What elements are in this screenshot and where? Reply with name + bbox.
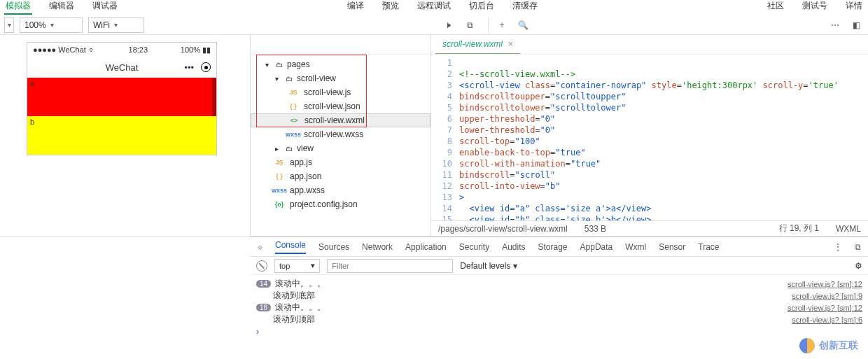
battery-label: 100% ▮▮: [181, 45, 211, 55]
network-select[interactable]: WiFi▾: [88, 17, 144, 33]
js-icon: JS: [272, 159, 287, 166]
config-icon: {o}: [272, 201, 287, 208]
source-link[interactable]: scroll-view.js? [sm]:12: [788, 304, 862, 312]
phone-navbar: WeChat •••: [27, 57, 216, 78]
status-size: 533 B: [584, 224, 606, 234]
file-scroll-view-wxml[interactable]: <>scroll-view.wxml: [251, 113, 430, 127]
file-app-js[interactable]: JSapp.js: [251, 155, 430, 169]
tab-network[interactable]: Network: [362, 242, 393, 252]
tab-preview[interactable]: 预览: [381, 0, 400, 15]
tab-test-account[interactable]: 测试号: [801, 0, 829, 15]
split-icon[interactable]: ◧: [848, 17, 864, 33]
tab-simulator[interactable]: 模拟器: [4, 0, 32, 15]
console-prompt[interactable]: ›: [256, 325, 862, 337]
tab-clear-cache[interactable]: 清缓存: [511, 0, 539, 15]
zoom-value: 100%: [24, 20, 46, 30]
tab-wxml[interactable]: Wxml: [625, 242, 646, 252]
watermark-text: 创新互联: [819, 339, 858, 352]
simulator-panel: ●●●●● WeChat ᯤ 18:23 100% ▮▮ WeChat ••• …: [0, 35, 251, 236]
watermark: 创新互联: [799, 338, 858, 353]
source-link[interactable]: scroll-view.js? [sm]:6: [792, 316, 862, 324]
file-tree: ▾🗀pages ▾🗀scroll-view JSscroll-view.js {…: [251, 55, 430, 214]
status-lang: WXML: [836, 224, 861, 234]
filter-input[interactable]: [327, 259, 453, 273]
tab-storage[interactable]: Storage: [538, 242, 568, 252]
network-value: WiFi: [93, 20, 110, 30]
editor-status-bar: /pages/scroll-view/scroll-view.wxml 533 …: [431, 220, 868, 236]
tab-debugger[interactable]: 调试器: [91, 0, 119, 15]
log-row: 18滚动中。。。scroll-view.js? [sm]:12: [256, 302, 862, 314]
code-editor[interactable]: 1234567891011121314151617 <!--scroll-vie…: [431, 55, 868, 220]
kebab-icon[interactable]: ⋮: [834, 242, 842, 252]
tab-security-dev[interactable]: Security: [459, 242, 489, 252]
tab-background[interactable]: 切后台: [468, 0, 496, 15]
tab-compile[interactable]: 编译: [346, 0, 365, 15]
clear-console-icon[interactable]: [256, 260, 267, 272]
scroll-view-demo[interactable]: a b: [27, 78, 216, 155]
inspect-icon[interactable]: ⟐: [258, 242, 262, 252]
folder-scroll-view[interactable]: ▾🗀scroll-view: [251, 71, 430, 85]
tab-appdata[interactable]: AppData: [580, 242, 613, 252]
tab-sources[interactable]: Sources: [318, 242, 349, 252]
levels-select[interactable]: Default levels ▾: [460, 261, 517, 271]
count-badge: 14: [256, 280, 271, 288]
tab-sensor[interactable]: Sensor: [659, 242, 685, 252]
more-icon[interactable]: ⋯: [827, 17, 843, 33]
tab-details[interactable]: 详情: [844, 0, 864, 15]
zoom-select[interactable]: 100%▾: [20, 17, 83, 33]
mute-icon[interactable]: 🕨: [441, 17, 456, 33]
wxss-icon: wxss: [272, 187, 287, 194]
menu-dots-icon[interactable]: •••: [184, 62, 194, 73]
tab-trace[interactable]: Trace: [698, 242, 719, 252]
tab-console[interactable]: Console: [275, 240, 306, 254]
dock-icon[interactable]: ⧉: [855, 242, 861, 252]
detach-icon[interactable]: ⧉: [462, 17, 477, 33]
js-icon: JS: [286, 89, 301, 96]
log-row: 14滚动中。。。scroll-view.js? [sm]:12: [256, 278, 862, 290]
source-link[interactable]: scroll-view.js? [sm]:12: [788, 280, 862, 288]
tab-community[interactable]: 社区: [766, 0, 785, 15]
context-select[interactable]: top▾: [274, 259, 320, 273]
tab-audits[interactable]: Audits: [502, 242, 525, 252]
status-path: /pages/scroll-view/scroll-view.wxml: [438, 224, 568, 234]
editor-tab-scroll-view[interactable]: scroll-view.wxml ×: [435, 35, 520, 54]
file-scroll-view-json[interactable]: { }scroll-view.json: [251, 99, 430, 113]
file-scroll-view-js[interactable]: JSscroll-view.js: [251, 85, 430, 99]
view-a: a: [27, 78, 216, 116]
file-tree-panel: ▾🗀pages ▾🗀scroll-view JSscroll-view.js {…: [251, 35, 431, 236]
log-row: 滚动到底部scroll-view.js? [sm]:9: [256, 290, 862, 302]
main-row: ●●●●● WeChat ᯤ 18:23 100% ▮▮ WeChat ••• …: [0, 35, 868, 237]
editor-panel: scroll-view.wxml × 123456789101112131415…: [431, 35, 868, 236]
chevron-down-icon: ▾: [114, 21, 118, 29]
file-app-json[interactable]: { }app.json: [251, 169, 430, 183]
phone-statusbar: ●●●●● WeChat ᯤ 18:23 100% ▮▮: [27, 43, 216, 57]
source-link[interactable]: scroll-view.js? [sm]:9: [792, 292, 862, 300]
time-label: 18:23: [129, 45, 148, 54]
json-icon: { }: [272, 173, 287, 180]
count-badge: 18: [256, 304, 271, 311]
close-icon[interactable]: ×: [508, 39, 513, 49]
tab-remote-debug[interactable]: 远程调试: [416, 0, 452, 15]
add-icon[interactable]: ＋: [494, 17, 510, 33]
line-gutter: 1234567891011121314151617: [431, 55, 459, 220]
devtools-tabs: ⟐ Console Sources Network Application Se…: [251, 237, 868, 257]
wxml-icon: <>: [286, 117, 302, 124]
folder-view[interactable]: ▸🗀view: [251, 141, 430, 155]
close-target-icon[interactable]: [201, 62, 211, 72]
tab-application[interactable]: Application: [405, 242, 447, 252]
file-app-wxss[interactable]: wxssapp.wxss: [251, 183, 430, 197]
view-b: b: [27, 116, 216, 155]
folder-icon: 🗀: [284, 75, 294, 83]
folder-pages[interactable]: ▾🗀pages: [251, 57, 430, 71]
folder-icon: 🗀: [274, 61, 284, 69]
file-project-config[interactable]: {o}project.config.json: [251, 197, 430, 211]
folder-icon: 🗀: [284, 145, 294, 153]
tab-bar-primary: 模拟器 编辑器 调试器 编译 预览 远程调试 切后台 清缓存 社区 测试号 详情: [0, 0, 868, 15]
console-log: 14滚动中。。。scroll-view.js? [sm]:12 滚动到底部scr…: [251, 275, 868, 359]
console-toolbar: top▾ Default levels ▾ ⚙: [251, 257, 868, 275]
gear-icon[interactable]: ⚙: [855, 261, 862, 271]
file-scroll-view-wxss[interactable]: wxssscroll-view.wxss: [251, 127, 430, 141]
tab-editor[interactable]: 编辑器: [48, 0, 76, 15]
search-icon[interactable]: 🔍: [515, 17, 531, 33]
device-select[interactable]: ▾: [4, 17, 14, 33]
